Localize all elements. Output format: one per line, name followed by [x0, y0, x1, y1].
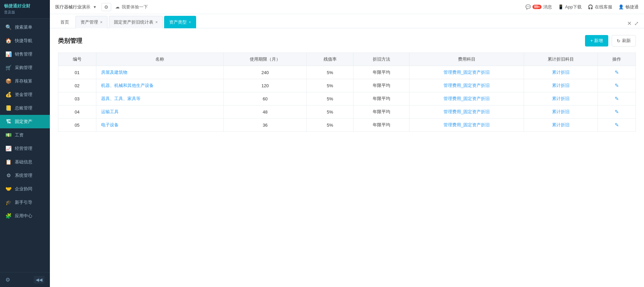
sidebar-item-sys_mgmt[interactable]: ⚙系统管理	[0, 169, 50, 182]
nav-icon-app_center: 🧩	[5, 213, 11, 219]
topbar-experience[interactable]: ☁ 我要体验一下	[115, 4, 148, 10]
sidebar-item-app_center[interactable]: 🧩应用中心	[0, 209, 50, 223]
sidebar-item-search[interactable]: 🔍搜索菜单	[0, 21, 50, 34]
tab-label-home: 首页	[60, 19, 69, 25]
cell-r0-c3: 5%	[306, 66, 353, 79]
sidebar-item-ledger[interactable]: 📒总账管理	[0, 101, 50, 115]
nav-label-base_info: 基础信息	[15, 159, 32, 165]
cell-r2-c4: 年限平均	[354, 92, 409, 105]
sidebar-item-capital[interactable]: 💰资金管理	[0, 88, 50, 101]
cell-r1-c6: 累计折旧	[524, 79, 598, 92]
tab-depreciation_stat[interactable]: 固定资产折旧统计表 ×	[109, 16, 163, 28]
tab-close-asset_type[interactable]: ×	[189, 20, 191, 24]
col-header-费用科目: 费用科目	[409, 53, 524, 66]
nav-label-guide: 新手引导	[15, 199, 32, 205]
topbar-settings-btn[interactable]: ⚙	[101, 3, 111, 11]
col-header-操作: 操作	[598, 53, 636, 66]
topbar-item-online_service[interactable]: 🎧在线客服	[588, 4, 612, 10]
sidebar-item-coop[interactable]: 🤝企业协同	[0, 182, 50, 196]
nav-label-sales: 销售管理	[15, 51, 32, 57]
topbar-title: 医疗器械行业演示 ▾	[55, 4, 97, 10]
app-edition: 普及版	[4, 10, 30, 15]
tab-label-asset_mgmt: 资产管理	[81, 19, 98, 25]
message-badge: 99+	[532, 5, 542, 9]
nav-icon-operations: 📈	[5, 146, 11, 152]
tab-label-depreciation_stat: 固定资产折旧统计表	[114, 19, 153, 25]
edit-icon-0[interactable]: ✎	[615, 69, 619, 75]
col-header-折旧方法: 折旧方法	[354, 53, 409, 66]
cell-r4-c1: 电子设备	[96, 119, 224, 132]
edit-btn-2[interactable]: ✎	[598, 92, 636, 105]
tab-home[interactable]: 首页	[55, 16, 74, 28]
main-area: 医疗器械行业演示 ▾ ⚙ ☁ 我要体验一下 💬99+消息📱App下载🎧在线客服👤…	[50, 0, 644, 287]
nav-icon-ledger: 📒	[5, 105, 11, 111]
topbar-label-online_service: 在线客服	[595, 4, 612, 10]
cell-r3-c0: 04	[58, 105, 96, 119]
sidebar-item-operations[interactable]: 📈经营管理	[0, 142, 50, 155]
edit-btn-4[interactable]: ✎	[598, 119, 636, 132]
sidebar-collapse-btn[interactable]: ◀◀	[34, 276, 44, 284]
cell-r2-c5: 管理费用_固定资产折旧	[409, 92, 524, 105]
nav-label-operations: 经营管理	[15, 146, 32, 152]
nav-label-ledger: 总账管理	[15, 105, 32, 111]
cell-r3-c1: 运输工具	[96, 105, 224, 119]
edit-icon-3[interactable]: ✎	[615, 109, 619, 115]
tab-asset_type[interactable]: 资产类型 ×	[164, 16, 196, 28]
sidebar-item-fixed_assets[interactable]: 🏗固定资产	[0, 115, 50, 128]
cell-r4-c4: 年限平均	[354, 119, 409, 132]
edit-icon-2[interactable]: ✎	[615, 96, 619, 101]
edit-btn-3[interactable]: ✎	[598, 105, 636, 119]
experience-label: 我要体验一下	[122, 4, 148, 10]
topbar-item-account[interactable]: 👤畅捷通	[618, 4, 639, 10]
cell-r2-c6: 累计折旧	[524, 92, 598, 105]
sidebar-item-sales[interactable]: 📊销售管理	[0, 47, 50, 61]
nav-icon-sales: 📊	[5, 51, 11, 57]
sidebar-header: 畅捷通好业财 普及版	[0, 0, 50, 19]
cell-r0-c5: 管理费用_固定资产折旧	[409, 66, 524, 79]
app-logo: 畅捷通好业财	[4, 3, 30, 9]
topbar-icon-app_download: 📱	[558, 4, 563, 9]
refresh-button[interactable]: ↻ 刷新	[612, 35, 636, 46]
tab-close-depreciation_stat[interactable]: ×	[155, 20, 158, 24]
close-window-btn[interactable]: ✕	[627, 20, 632, 27]
nav-label-fixed_assets: 固定资产	[15, 119, 32, 125]
nav-label-coop: 企业协同	[15, 186, 32, 192]
refresh-label: 刷新	[622, 38, 631, 44]
settings-icon[interactable]: ⚙	[5, 277, 10, 283]
sidebar-item-purchase[interactable]: 🛒采购管理	[0, 61, 50, 74]
nav-label-capital: 资金管理	[15, 92, 32, 98]
nav-icon-salary: 💵	[5, 132, 11, 138]
sidebar-item-quick_nav[interactable]: 🏠快捷导航	[0, 34, 50, 47]
maximize-window-btn[interactable]: ⤢	[634, 20, 639, 27]
sidebar: 畅捷通好业财 普及版 🔍搜索菜单🏠快捷导航📊销售管理🛒采购管理📦库存核算💰资金管…	[0, 0, 50, 287]
edit-btn-1[interactable]: ✎	[598, 79, 636, 92]
tabbar-controls: ✕ ⤢	[627, 20, 639, 28]
edit-icon-1[interactable]: ✎	[615, 83, 619, 88]
cell-r1-c4: 年限平均	[354, 79, 409, 92]
topbar-label-message: 消息	[543, 4, 552, 10]
tab-close-asset_mgmt[interactable]: ×	[100, 20, 102, 24]
topbar-item-message[interactable]: 💬99+消息	[525, 4, 552, 10]
nav-icon-capital: 💰	[5, 92, 11, 98]
edit-btn-0[interactable]: ✎	[598, 66, 636, 79]
sidebar-item-base_info[interactable]: 📋基础信息	[0, 155, 50, 169]
tab-asset_mgmt[interactable]: 资产管理 ×	[75, 16, 108, 28]
sidebar-item-inventory[interactable]: 📦库存核算	[0, 74, 50, 88]
topbar-item-app_download[interactable]: 📱App下载	[558, 4, 582, 10]
nav-icon-purchase: 🛒	[5, 65, 11, 71]
topbar-icon-online_service: 🎧	[588, 4, 593, 9]
nav-label-app_center: 应用中心	[15, 213, 32, 219]
topbar-dropdown-btn[interactable]: ▾	[92, 4, 97, 10]
cell-r1-c1: 机器、机械和其他生产设备	[96, 79, 224, 92]
new-button[interactable]: + 新增	[585, 35, 608, 46]
sidebar-item-salary[interactable]: 💵工资	[0, 128, 50, 142]
cell-r1-c2: 120	[224, 79, 307, 92]
cell-r1-c0: 02	[58, 79, 96, 92]
nav-icon-search: 🔍	[5, 24, 11, 30]
page-title: 类别管理	[58, 37, 82, 45]
edit-icon-4[interactable]: ✎	[615, 122, 619, 128]
nav-icon-base_info: 📋	[5, 159, 11, 165]
nav-label-purchase: 采购管理	[15, 65, 32, 71]
sidebar-item-guide[interactable]: 🎓新手引导	[0, 196, 50, 209]
tabbar: 首页资产管理 ×固定资产折旧统计表 ×资产类型 × ✕ ⤢	[50, 14, 644, 28]
